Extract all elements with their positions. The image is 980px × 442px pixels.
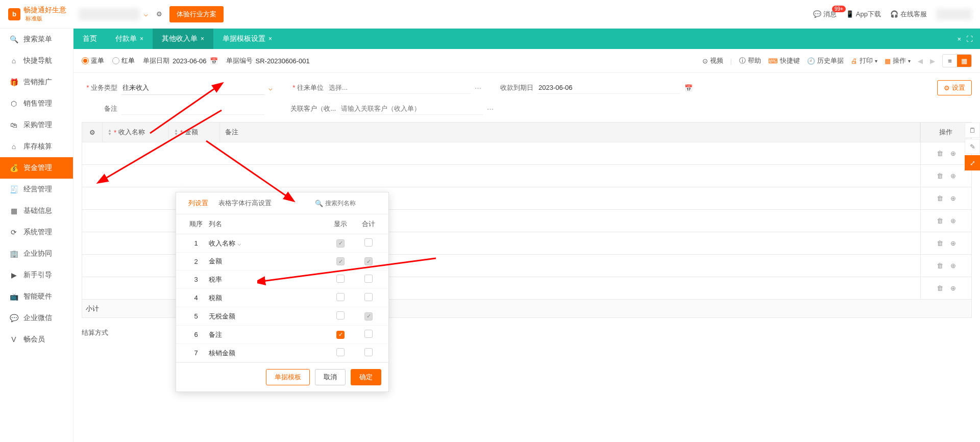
ellipsis-icon[interactable]: ⋯: [487, 105, 495, 113]
relcust-input[interactable]: [340, 103, 483, 115]
checkbox-sum[interactable]: [364, 257, 373, 265]
delete-icon[interactable]: 🗑: [937, 194, 943, 202]
close-icon[interactable]: ×: [268, 35, 272, 42]
table-row[interactable]: 🗑⊕: [82, 142, 972, 165]
checkbox-show[interactable]: [336, 331, 345, 339]
online-service-link[interactable]: 🎧 在线客服: [890, 10, 927, 19]
biztype-input[interactable]: 往来收入: [121, 81, 264, 95]
checkbox-sum[interactable]: [364, 275, 373, 283]
trial-button[interactable]: 体验行业方案: [169, 6, 224, 22]
sidebar-item-operation[interactable]: 🧾经营管理: [0, 179, 73, 200]
ops-link[interactable]: ▦操作▾: [885, 56, 911, 65]
copy-icon[interactable]: ⊕: [950, 194, 956, 202]
settings-icon[interactable]: ⚙: [156, 10, 162, 18]
th-settings[interactable]: ⚙: [82, 122, 103, 142]
ptab-columns[interactable]: 列设置: [183, 192, 213, 214]
checkbox-show[interactable]: [336, 239, 345, 248]
delete-icon[interactable]: 🗑: [937, 217, 943, 225]
sidebar-item-purchase[interactable]: 🛍采购管理: [0, 114, 73, 136]
delete-icon[interactable]: 🗑: [937, 150, 943, 157]
popup-search-input[interactable]: [325, 200, 376, 207]
prev-icon[interactable]: ◀: [918, 57, 923, 65]
copy-icon[interactable]: ⊕: [950, 239, 956, 247]
sidebar-item-funds[interactable]: 💰资金管理: [0, 157, 73, 179]
sidebar-item-hardware[interactable]: 📺智能硬件: [0, 286, 73, 307]
due-input[interactable]: 2023-06-06: [537, 82, 680, 94]
app-download-link[interactable]: 📱 App下载: [846, 10, 881, 19]
history-link[interactable]: 🕘历史单据: [807, 56, 844, 65]
messages-link[interactable]: 💬 消息 99+: [813, 10, 837, 19]
settings-button[interactable]: ⚙设置: [937, 80, 972, 95]
table-row[interactable]: 🗑⊕: [82, 165, 972, 187]
checkbox-show[interactable]: [336, 348, 345, 356]
sidebar-item-member[interactable]: V畅会员: [0, 329, 73, 350]
checkbox-show[interactable]: [336, 293, 345, 301]
th-income-name[interactable]: ▲▼*收入名称: [103, 122, 169, 142]
dock-expand-icon[interactable]: ⤢: [965, 155, 980, 170]
user-avatar-blur[interactable]: [936, 9, 972, 20]
shortcut-link[interactable]: ⌨快捷键: [768, 56, 800, 65]
ptab-rowheight[interactable]: 表格字体行高设置: [213, 192, 277, 214]
btn-cancel[interactable]: 取消: [315, 369, 346, 385]
sidebar-item-sales[interactable]: ⬡销售管理: [0, 93, 73, 114]
tabs-close-icon[interactable]: ×: [957, 35, 961, 43]
row-order: 3: [183, 276, 209, 283]
calendar-icon[interactable]: 📅: [210, 57, 218, 65]
copy-icon[interactable]: ⊕: [950, 262, 956, 269]
next-icon[interactable]: ▶: [930, 57, 935, 65]
sidebar-item-wechat[interactable]: 💬企业微信: [0, 307, 73, 329]
delete-icon[interactable]: 🗑: [937, 284, 943, 292]
calendar-icon[interactable]: 📅: [684, 84, 693, 92]
print-link[interactable]: 🖨打印▾: [851, 56, 877, 65]
sidebar-item-marketing[interactable]: 🎁营销推广: [0, 71, 73, 93]
sidebar-item-guide[interactable]: ▶新手引导: [0, 264, 73, 286]
ellipsis-icon[interactable]: ⋯: [475, 84, 482, 92]
view-list-button[interactable]: ≡: [943, 55, 957, 67]
checkbox-sum[interactable]: [364, 293, 373, 301]
delete-icon[interactable]: 🗑: [937, 172, 943, 180]
radio-red[interactable]: 红单: [112, 56, 135, 65]
sidebar-item-system[interactable]: ⟳系统管理: [0, 222, 73, 243]
checkbox-sum[interactable]: [364, 312, 373, 321]
view-grid-button[interactable]: ▦: [957, 55, 971, 67]
radio-blue[interactable]: 蓝单: [82, 56, 104, 65]
dock-note-icon[interactable]: 🗒: [965, 122, 980, 138]
chevron-down-icon[interactable]: ⌵: [237, 239, 241, 247]
tab-payment[interactable]: 付款单×: [106, 29, 153, 49]
copy-icon[interactable]: ⊕: [950, 172, 956, 180]
copy-icon[interactable]: ⊕: [950, 284, 956, 292]
close-icon[interactable]: ×: [201, 35, 204, 42]
checkbox-show[interactable]: [336, 311, 345, 320]
tab-home[interactable]: 首页: [74, 29, 106, 49]
org-dropdown-icon[interactable]: ⌵: [144, 10, 148, 18]
checkbox-sum[interactable]: [364, 348, 373, 356]
checkbox-show[interactable]: [336, 275, 345, 283]
help-link[interactable]: ⓘ帮助: [739, 56, 761, 65]
copy-icon[interactable]: ⊕: [950, 217, 956, 225]
sidebar-item-basicinfo[interactable]: ▦基础信息: [0, 200, 73, 222]
tab-otherincome[interactable]: 其他收入单×: [153, 29, 213, 49]
sidebar-item-search[interactable]: 🔍搜索菜单: [0, 29, 73, 50]
checkbox-sum[interactable]: [364, 330, 373, 338]
delete-icon[interactable]: 🗑: [937, 239, 943, 247]
th-amount[interactable]: ▲▼*金额: [169, 122, 220, 142]
checkbox-sum[interactable]: [364, 238, 373, 247]
video-link[interactable]: ⊙视频: [702, 56, 723, 65]
bill-date-value[interactable]: 2023-06-06: [173, 57, 207, 65]
fullscreen-icon[interactable]: ⛶: [966, 35, 973, 43]
btn-confirm[interactable]: 确定: [351, 369, 381, 385]
chevron-down-icon[interactable]: ⌵: [268, 84, 273, 92]
unit-input[interactable]: [328, 82, 471, 94]
dock-edit-icon[interactable]: ✎: [965, 139, 980, 154]
sidebar-item-quicknav[interactable]: ⌂快捷导航: [0, 50, 73, 71]
note-input[interactable]: [121, 103, 264, 115]
chevron-down-icon: ▾: [875, 58, 877, 64]
tab-template[interactable]: 单据模板设置×: [213, 29, 281, 49]
close-icon[interactable]: ×: [140, 35, 143, 42]
delete-icon[interactable]: 🗑: [937, 262, 943, 269]
sidebar-item-enterprise[interactable]: 🏢企业协同: [0, 243, 73, 264]
btn-template[interactable]: 单据模板: [266, 369, 310, 385]
copy-icon[interactable]: ⊕: [950, 150, 956, 157]
checkbox-show[interactable]: [336, 257, 345, 265]
sidebar-item-stock[interactable]: ⌂库存核算: [0, 136, 73, 157]
